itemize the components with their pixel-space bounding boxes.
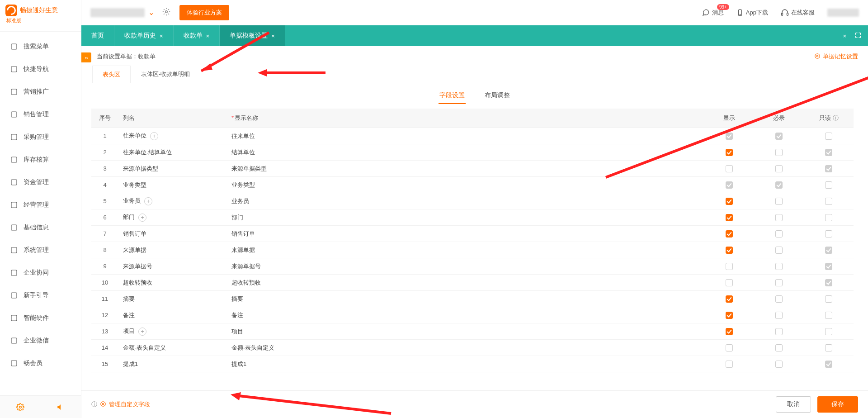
sidebar-item[interactable]: 新手引导 [0,284,81,307]
cell-required [754,307,804,323]
close-icon[interactable]: × [271,33,275,39]
add-icon[interactable]: + [150,132,158,140]
cell-display[interactable]: 部门 [227,209,704,226]
memory-settings-button[interactable]: 单据记忆设置 [814,52,858,61]
close-icon[interactable]: × [160,33,163,39]
cell-display[interactable]: 结算单位 [227,144,704,161]
cell-display[interactable]: 超收转预收 [227,275,704,291]
collapse-sidebar-handle[interactable]: » [81,52,91,62]
cell-display[interactable]: 备注 [227,307,704,323]
sidebar-item[interactable]: 采购管理 [0,126,81,148]
checkbox[interactable] [726,149,733,156]
sidebar-item[interactable]: 资金管理 [0,171,81,194]
checkbox[interactable] [726,165,733,172]
checkbox[interactable] [726,230,733,238]
gear-icon[interactable] [162,8,170,18]
cancel-button[interactable]: 取消 [776,396,811,413]
checkbox[interactable] [726,295,733,303]
checkbox[interactable] [726,263,733,270]
settings-icon[interactable] [0,396,41,418]
checkbox[interactable] [775,328,783,335]
checkbox[interactable] [726,214,733,221]
sidebar-item[interactable]: 营销推广 [0,81,81,103]
sidebar-item[interactable]: 企业协同 [0,261,81,284]
fullscreen-icon[interactable] [854,32,862,40]
save-button[interactable]: 保存 [817,396,858,413]
area-tab[interactable]: 表体区-收款单明细 [131,65,200,83]
experience-button[interactable]: 体验行业方案 [179,5,229,20]
add-icon[interactable]: + [144,197,152,205]
checkbox[interactable] [825,328,832,335]
app-download-button[interactable]: App下载 [736,9,768,17]
add-icon[interactable]: + [138,328,146,336]
customer-service-button[interactable]: 在线客服 [781,9,815,17]
cell-display[interactable]: 业务类型 [227,177,704,193]
checkbox[interactable] [825,133,832,140]
sidebar-item[interactable]: 库存核算 [0,148,81,171]
checkbox[interactable] [775,165,783,172]
page-tab[interactable]: 单据模板设置× [220,25,285,46]
page-tab[interactable]: 收款单历史× [114,25,174,46]
field-table-wrap[interactable]: 序号 列名 *显示名称 显示 必录 只读ⓘ 1 往来单位+ 往来单位 2 往来单… [91,109,858,385]
message-button[interactable]: 消息 99+ [702,9,724,17]
checkbox[interactable] [825,214,832,221]
company-dropdown-icon[interactable]: ⌄ [148,8,154,17]
checkbox[interactable] [775,230,783,238]
cell-display[interactable]: 提成1 [227,356,704,372]
checkbox[interactable] [775,263,783,270]
sidebar-item[interactable]: 企业微信 [0,329,81,352]
checkbox[interactable] [726,361,733,368]
cell-display[interactable]: 来源单据 [227,242,704,258]
svg-rect-19 [782,13,783,15]
sidebar-item[interactable]: 系统管理 [0,239,81,261]
page-tab[interactable]: 收款单× [174,25,220,46]
cell-display[interactable]: 往来单位 [227,128,704,144]
checkbox[interactable] [825,295,832,303]
checkbox[interactable] [825,344,832,352]
cell-display[interactable]: 销售订单 [227,226,704,242]
area-tab[interactable]: 表头区 [92,66,131,83]
cell-display[interactable]: 摘要 [227,291,704,307]
checkbox[interactable] [775,312,783,319]
sidebar-item[interactable]: 搜索菜单 [0,35,81,58]
cell-display[interactable]: 项目 [227,323,704,340]
checkbox[interactable] [726,198,733,205]
cell-display[interactable]: 金额-表头自定义 [227,340,704,356]
checkbox[interactable] [825,312,832,319]
close-all-icon[interactable]: × [843,33,846,39]
checkbox[interactable] [775,149,783,156]
sidebar-item[interactable]: 基础信息 [0,216,81,239]
cell-display[interactable]: 来源单据类型 [227,161,704,177]
checkbox[interactable] [825,181,832,189]
checkbox[interactable] [775,361,783,368]
checkbox[interactable] [775,198,783,205]
checkbox[interactable] [825,198,832,205]
checkbox[interactable] [726,247,733,254]
sidebar-item[interactable]: 经营管理 [0,194,81,216]
close-icon[interactable]: × [206,33,210,39]
checkbox[interactable] [775,344,783,352]
checkbox[interactable] [726,279,733,286]
checkbox[interactable] [726,328,733,335]
checkbox[interactable] [825,230,832,238]
sound-icon[interactable] [41,396,81,418]
config-subtab[interactable]: 字段设置 [439,90,466,104]
page-tab[interactable]: 首页 [81,25,114,46]
sidebar-item[interactable]: 智能硬件 [0,307,81,329]
config-subtab[interactable]: 布局调整 [484,90,511,104]
add-icon[interactable]: + [138,214,146,222]
sidebar-item-label: 资金管理 [24,178,49,186]
manage-custom-fields-button[interactable]: ⓘ 管理自定义字段 [91,400,150,408]
user-info-blurred[interactable] [827,9,859,17]
cell-display[interactable]: 来源单据号 [227,258,704,275]
checkbox[interactable] [726,344,733,352]
sidebar-item[interactable]: 快捷导航 [0,58,81,81]
sidebar-item[interactable]: 销售管理 [0,103,81,126]
checkbox[interactable] [775,279,783,286]
checkbox[interactable] [775,214,783,221]
cell-display[interactable]: 业务员 [227,193,704,209]
sidebar-item[interactable]: 畅会员 [0,352,81,375]
checkbox[interactable] [775,247,783,254]
checkbox[interactable] [775,295,783,303]
checkbox[interactable] [726,312,733,319]
